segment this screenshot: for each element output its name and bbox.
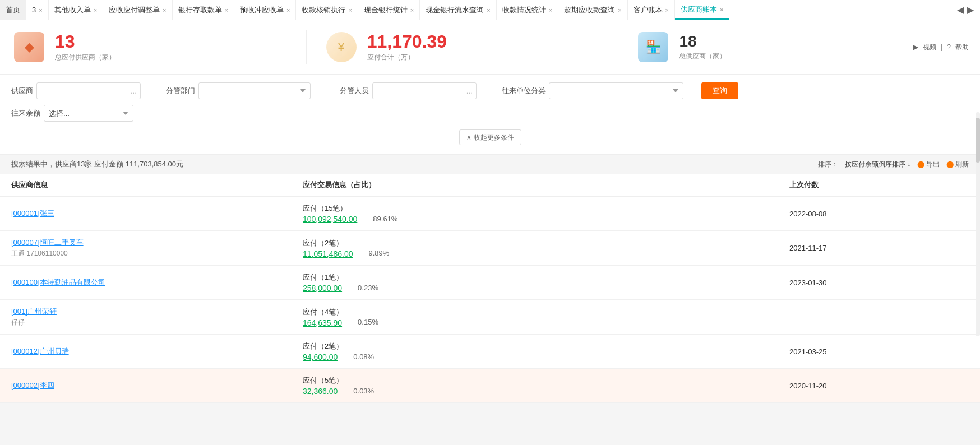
nav-collection-exec[interactable]: 收款核销执行 × xyxy=(296,0,358,20)
person-input[interactable] xyxy=(372,82,477,99)
nav-arrows: ◀ ▶ xyxy=(951,4,980,15)
supplier-link-6[interactable]: [000002]李四 xyxy=(11,381,54,390)
help-link[interactable]: 帮助 xyxy=(955,43,969,52)
total-suppliers-text: 18 总供应商（家） xyxy=(679,34,726,61)
collapse-row: ∧ 收起更多条件 xyxy=(11,127,969,150)
export-label: 导出 xyxy=(926,160,940,169)
nav-next-arrow[interactable]: ▶ xyxy=(965,4,976,15)
collapse-button[interactable]: ∧ 收起更多条件 xyxy=(459,129,521,145)
filter-balance: 往来余额 选择... xyxy=(11,105,133,122)
last-pay-date-3: 2023-01-30 xyxy=(789,279,969,287)
last-pay-date-5: 2021-03-25 xyxy=(789,347,969,356)
nav-overdue-ar[interactable]: 超期应收款查询 × xyxy=(558,0,627,20)
nav-supplier-book-close[interactable]: × xyxy=(720,6,723,13)
refresh-label: 刷新 xyxy=(955,160,969,169)
collapse-label: 收起更多条件 xyxy=(474,133,514,142)
nav-ar-ap-adjust[interactable]: 应收应付调整单 × xyxy=(103,0,172,20)
summary-bar: ◆ 13 总应付供应商（家） ¥ 11,170.39 应付合计（万） 🏪 18 … xyxy=(0,20,980,75)
supplier-sub-2: 王通 17106110000 xyxy=(11,249,303,258)
summary-ap-suppliers: ◆ 13 总应付供应商（家） xyxy=(11,29,289,65)
export-button[interactable]: ⬤ 导出 xyxy=(917,160,940,169)
nav-ar-ap-adjust-close[interactable]: × xyxy=(163,7,166,13)
ap-amount-label: 应付合计（万） xyxy=(367,53,447,62)
payable-pct-5: 0.08% xyxy=(353,353,374,361)
filter-supplier: 供应商 ... xyxy=(11,82,137,99)
nav-cash-bank-stat-label: 现金银行统计 xyxy=(364,5,408,15)
person-label: 分管人员 xyxy=(340,86,369,96)
payable-amount-2[interactable]: 11,051,486.00 xyxy=(303,249,353,258)
payable-amount-6[interactable]: 32,366.00 xyxy=(303,387,338,396)
nav-supplier-book[interactable]: 供应商账本 × xyxy=(675,0,729,20)
payable-amount-4[interactable]: 164,635.90 xyxy=(303,318,342,327)
nav-customer-book-close[interactable]: × xyxy=(665,7,669,13)
scrollbar-track[interactable] xyxy=(976,112,980,336)
result-info: 搜索结果中，供应商13家 应付金额 111,703,854.00元 xyxy=(11,159,183,169)
help-video-link[interactable]: 视频 xyxy=(923,43,936,52)
supplier-link-3[interactable]: [000100]本特勤油品有限公司 xyxy=(11,278,105,286)
ap-amount-text: 11,170.39 应付合计（万） xyxy=(367,33,447,62)
refresh-icon: ⬤ xyxy=(946,160,954,168)
nav-pre-ar[interactable]: 预收冲应收单 × xyxy=(234,0,296,20)
unit-class-select[interactable] xyxy=(549,82,683,99)
nav-bank-deposit[interactable]: 银行存取款单 × xyxy=(173,0,234,20)
nav-collection-exec-close[interactable]: × xyxy=(348,7,352,13)
dept-select[interactable] xyxy=(198,82,311,99)
supplier-link-5[interactable]: [000012]广州贝瑞 xyxy=(11,347,69,355)
nav-collection-stat-close[interactable]: × xyxy=(549,7,552,13)
last-pay-date-1: 2022-08-08 xyxy=(789,210,969,218)
filter-dept: 分管部门 xyxy=(166,82,311,99)
payable-amount-1[interactable]: 100,092,540.00 xyxy=(303,215,357,224)
nav-overdue-ar-close[interactable]: × xyxy=(618,7,621,13)
nav-cash-bank-stat-close[interactable]: × xyxy=(410,7,414,13)
nav-cash-bank-flow-close[interactable]: × xyxy=(487,7,490,13)
nav-bank-deposit-label: 银行存取款单 xyxy=(178,5,222,15)
query-button[interactable]: 查询 xyxy=(701,82,738,99)
nav-cash-bank-flow-label: 现金银行流水查询 xyxy=(426,5,484,15)
supplier-sub-4: 仔仔 xyxy=(11,318,303,327)
nav-cash-bank-flow[interactable]: 现金银行流水查询 × xyxy=(420,0,496,20)
help-links: ▶ 视频 | ? 帮助 xyxy=(913,43,969,52)
sort-value[interactable]: 按应付余额倒序排序 ↓ xyxy=(845,160,910,169)
supplier-info-5: [000012]广州贝瑞 xyxy=(11,346,303,356)
refresh-button[interactable]: ⬤ 刷新 xyxy=(946,160,969,169)
scrollbar-thumb[interactable] xyxy=(976,118,980,163)
nav-bank-deposit-close[interactable]: × xyxy=(225,7,228,13)
table-row: [000012]广州贝瑞 应付（2笔） 94,600.00 0.08% 2021… xyxy=(0,335,980,369)
top-navigation: 首页 3 × 其他收入单 × 应收应付调整单 × 银行存取款单 × 预收冲应收单… xyxy=(0,0,980,20)
balance-label: 往来余额 xyxy=(11,108,40,118)
supplier-link-2[interactable]: [000007]恒旺二手叉车 xyxy=(11,238,84,247)
supplier-link-4[interactable]: [001]广州荣轩 xyxy=(11,307,57,316)
nav-pre-ar-close[interactable]: × xyxy=(286,7,290,13)
payable-info-2: 应付（2笔） 11,051,486.00 9.89% xyxy=(303,238,789,258)
payable-label-2: 应付（2笔） xyxy=(303,238,789,248)
supplier-input[interactable] xyxy=(36,82,141,99)
sort-label: 排序： xyxy=(818,160,838,169)
supplier-link-1[interactable]: [000001]张三 xyxy=(11,209,54,217)
nav-tab3-close[interactable]: × xyxy=(39,7,42,13)
ap-suppliers-number: 13 xyxy=(55,33,115,50)
payable-amount-5[interactable]: 94,600.00 xyxy=(303,353,338,361)
nav-other-income[interactable]: 其他收入单 × xyxy=(49,0,103,20)
payable-info-6: 应付（5笔） 32,366.00 0.03% xyxy=(303,376,789,396)
last-pay-date-6: 2020-11-20 xyxy=(789,382,969,390)
filter-row-2: 往来余额 选择... xyxy=(11,105,969,122)
table-row: [001]广州荣轩 仔仔 应付（4笔） 164,635.90 0.15% xyxy=(0,300,980,335)
diamond-icon: ◆ xyxy=(14,32,44,62)
nav-other-income-close[interactable]: × xyxy=(94,7,97,13)
col-header-last-pay: 上次付数 xyxy=(789,180,969,190)
payable-amount-3[interactable]: 258,000.00 xyxy=(303,284,342,293)
payable-pct-6: 0.03% xyxy=(353,387,374,395)
dept-label: 分管部门 xyxy=(166,86,195,96)
nav-home[interactable]: 首页 xyxy=(0,0,26,20)
nav-customer-book[interactable]: 客户账本 × xyxy=(628,0,675,20)
nav-cash-bank-stat[interactable]: 现金银行统计 × xyxy=(358,0,420,20)
supplier-info-6: [000002]李四 xyxy=(11,381,303,391)
total-suppliers-label: 总供应商（家） xyxy=(679,52,726,61)
balance-select[interactable]: 选择... xyxy=(44,105,133,122)
nav-tab3[interactable]: 3 × xyxy=(26,0,49,20)
col-header-supplier: 供应商信息 xyxy=(11,180,303,190)
result-actions: 排序： 按应付余额倒序排序 ↓ ⬤ 导出 ⬤ 刷新 xyxy=(818,160,969,169)
payable-label-5: 应付（2笔） xyxy=(303,341,789,351)
nav-collection-stat[interactable]: 收款情况统计 × xyxy=(497,0,558,20)
nav-prev-arrow[interactable]: ◀ xyxy=(955,4,965,15)
